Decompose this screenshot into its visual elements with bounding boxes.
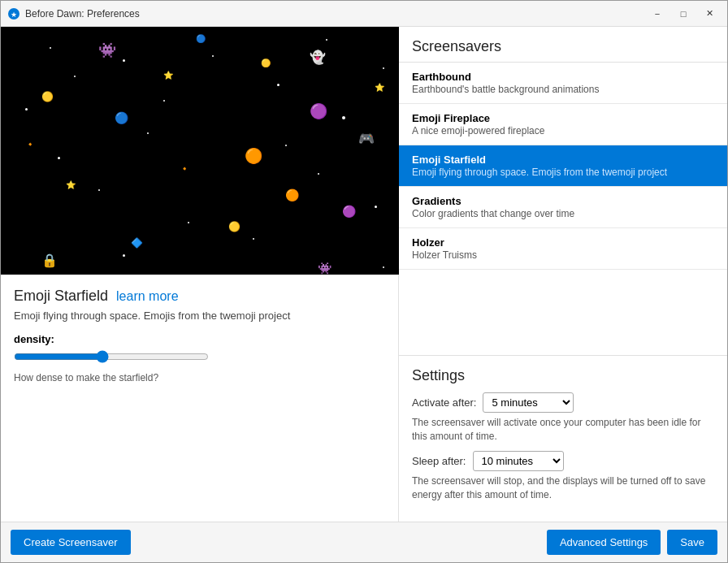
activate-note: The screensaver will activate once your …: [412, 416, 714, 444]
star-dot: [277, 84, 280, 86]
density-hint: How dense to make the starfield?: [14, 372, 385, 383]
star-dot: [326, 39, 327, 41]
star-dot: [253, 238, 254, 240]
emoji-star: ⭐: [66, 181, 76, 189]
titlebar-left: ★ Before Dawn: Preferences: [7, 7, 140, 20]
ss-item-desc: Color gradients that change over time: [412, 208, 714, 219]
emoji-star: ⭐: [163, 71, 173, 80]
emoji-star: 🟣: [342, 206, 356, 217]
emoji-star: 🟡: [41, 92, 54, 102]
footer-right: Advanced Settings Save: [547, 530, 717, 555]
footer: Create Screensaver Advanced Settings Sav…: [1, 522, 727, 562]
save-button[interactable]: Save: [667, 530, 717, 555]
create-screensaver-button[interactable]: Create Screensaver: [11, 530, 131, 555]
ss-item-name: Gradients: [412, 195, 714, 207]
screensaver-description: Emoji flying through space. Emojis from …: [14, 310, 385, 322]
main-content: 👾 ⭐ 🟡 👻 🔵 🟠 ⭐ 🟣 🔷 🟡 🎮 🔸 🟠 🔒 ⭐ 🟡 🔵 🟣 🔸: [1, 27, 727, 522]
emoji-star: 🟡: [228, 222, 240, 232]
emoji-star: 🎮: [358, 132, 375, 145]
activate-select[interactable]: 1 minute 2 minutes 3 minutes 5 minutes 1…: [483, 392, 574, 413]
star-dot: [74, 76, 76, 77]
ss-item-name: Emoji Starfield: [412, 154, 714, 166]
sleep-note: The screensaver will stop, and the displ…: [412, 474, 714, 502]
screensaver-item-earthbound[interactable]: Earthbound Earthbound's battle backgroun…: [399, 63, 727, 104]
minimize-button[interactable]: −: [646, 5, 669, 23]
main-window: ★ Before Dawn: Preferences − □ ✕: [0, 0, 728, 563]
emoji-star: 👻: [310, 51, 326, 64]
emoji-star: 🔵: [115, 112, 128, 123]
star-dot: [163, 100, 165, 102]
right-panel: Screensavers Earthbound Earthbound's bat…: [399, 27, 727, 522]
screensaver-name: Emoji Starfield: [14, 288, 108, 304]
ss-item-desc: Earthbound's battle background animation…: [412, 84, 714, 95]
info-panel: Emoji Starfield learn more Emoji flying …: [1, 275, 398, 522]
ss-item-name: Earthbound: [412, 71, 714, 83]
star-dot: [342, 116, 345, 119]
emoji-star: 🟣: [310, 104, 327, 119]
titlebar: ★ Before Dawn: Preferences − □ ✕: [1, 1, 727, 27]
settings-header: Settings: [412, 367, 714, 384]
footer-left: Create Screensaver: [11, 530, 131, 555]
slider-container: [14, 350, 385, 366]
density-label: density:: [14, 333, 385, 345]
ss-item-name: Holzer: [412, 236, 714, 249]
ss-item-desc: A nice emoji-powered fireplace: [412, 125, 714, 136]
star-dot: [383, 266, 384, 268]
ss-item-desc: Emoji flying through space. Emojis from …: [412, 167, 714, 178]
close-button[interactable]: ✕: [698, 5, 721, 23]
svg-text:★: ★: [11, 11, 17, 19]
emoji-star: 🔒: [41, 254, 58, 267]
emoji-star: 🟠: [285, 189, 299, 201]
emoji-star: 🔸: [25, 141, 35, 149]
star-dot: [375, 206, 377, 208]
star-dot: [58, 157, 60, 159]
star-dot: [318, 173, 319, 175]
maximize-button[interactable]: □: [672, 5, 695, 23]
sleep-setting-row: Sleep after: 1 minute 2 minutes 5 minute…: [412, 451, 714, 471]
screensaver-item-emoji-fireplace[interactable]: Emoji Fireplace A nice emoji-powered fir…: [399, 104, 727, 145]
left-panel: 👾 ⭐ 🟡 👻 🔵 🟠 ⭐ 🟣 🔷 🟡 🎮 🔸 🟠 🔒 ⭐ 🟡 🔵 🟣 🔸: [1, 27, 399, 522]
activate-label: Activate after:: [412, 396, 476, 409]
screensavers-section: Screensavers Earthbound Earthbound's bat…: [399, 27, 727, 355]
density-slider[interactable]: [14, 350, 209, 363]
settings-section: Settings Activate after: 1 minute 2 minu…: [399, 355, 727, 522]
ss-item-desc: Holzer Truisms: [412, 249, 714, 261]
preview-area: 👾 ⭐ 🟡 👻 🔵 🟠 ⭐ 🟣 🔷 🟡 🎮 🔸 🟠 🔒 ⭐ 🟡 🔵 🟣 🔸: [1, 27, 399, 275]
screensaver-title: Emoji Starfield learn more: [14, 288, 385, 305]
emoji-star: 🔵: [196, 35, 206, 43]
screensaver-list: Earthbound Earthbound's battle backgroun…: [399, 62, 727, 355]
emoji-star: ⭐: [375, 84, 384, 92]
app-icon: ★: [7, 7, 20, 20]
star-dot: [188, 222, 189, 223]
emoji-star: 🔸: [180, 165, 189, 173]
screensaver-item-holzer[interactable]: Holzer Holzer Truisms: [399, 228, 727, 270]
screensaver-item-gradients[interactable]: Gradients Color gradients that change ov…: [399, 187, 727, 228]
ss-item-name: Emoji Fireplace: [412, 112, 714, 124]
star-dot: [212, 55, 214, 57]
sleep-label: Sleep after:: [412, 455, 466, 467]
emoji-star: 👾: [98, 43, 116, 58]
star-dot: [123, 59, 125, 62]
screensavers-header: Screensavers: [399, 27, 727, 62]
emoji-star: 🔷: [131, 238, 143, 248]
star-dot: [383, 67, 384, 69]
screensaver-item-emoji-starfield[interactable]: Emoji Starfield Emoji flying through spa…: [399, 145, 727, 187]
star-dot: [25, 108, 28, 110]
learn-more-link[interactable]: learn more: [116, 289, 178, 303]
activate-setting-row: Activate after: 1 minute 2 minutes 3 min…: [412, 392, 714, 413]
sleep-select[interactable]: 1 minute 2 minutes 5 minutes 10 minutes …: [473, 451, 564, 471]
emoji-star: 🟠: [245, 149, 262, 163]
emoji-star: 👾: [318, 262, 332, 274]
star-dot: [50, 47, 51, 49]
advanced-settings-button[interactable]: Advanced Settings: [547, 530, 661, 555]
star-dot: [123, 254, 125, 257]
titlebar-controls: − □ ✕: [646, 5, 721, 23]
emoji-star: 🟡: [261, 59, 271, 67]
star-dot: [285, 145, 287, 146]
star-dot: [147, 132, 149, 134]
window-title: Before Dawn: Preferences: [25, 8, 140, 19]
star-dot: [98, 189, 100, 191]
